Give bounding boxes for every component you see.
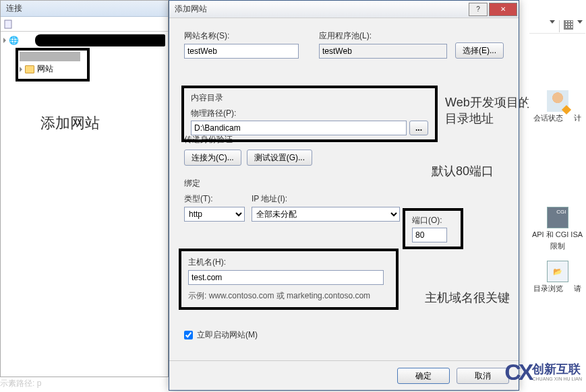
redacted-server-name <box>35 34 165 46</box>
logo-sub-text: CHUANG XIN HU LIAN <box>532 377 582 382</box>
tree-sites-label: 网站 <box>37 63 53 75</box>
view-toolbar <box>529 19 585 34</box>
logo-main-text: 创新互联 <box>532 363 582 377</box>
separator <box>559 20 560 32</box>
test-settings-button[interactable]: 测试设置(G)... <box>247 150 312 166</box>
redacted-item <box>20 52 80 61</box>
connection-tree: 🌐 网站 <box>1 32 168 84</box>
feature-label: 目录浏览 <box>533 284 563 294</box>
connection-toolbar <box>1 17 168 32</box>
annotation-box-path: 内容目录 物理路径(P): ... <box>181 86 438 142</box>
person-icon <box>547 90 568 112</box>
refresh-icon[interactable] <box>17 19 28 30</box>
host-label: 主机名(H): <box>188 257 226 267</box>
browse-path-button[interactable]: ... <box>409 121 428 135</box>
tree-highlight-box: 网站 <box>16 48 90 81</box>
annotation-add-site: 添加网站 <box>40 113 100 133</box>
start-immediately-checkbox[interactable] <box>184 331 193 339</box>
feature-session-state[interactable]: 会话状态计 <box>529 90 585 123</box>
content-dir-group-title: 内容目录 <box>191 92 428 104</box>
feature-label-partial: 计 <box>574 113 581 123</box>
close-button[interactable]: ✕ <box>489 3 517 16</box>
logo-icon: CX <box>504 359 531 385</box>
cgi-icon: CGI <box>547 207 568 228</box>
feature-isapi-cgi[interactable]: CGI API 和 CGI ISA 限制 <box>529 207 585 251</box>
host-example-text: 示例: www.contoso.com 或 marketing.contoso.… <box>188 290 389 302</box>
annotation-host-note: 主机域名很关键 <box>425 290 510 306</box>
annotation-box-host: 主机名(H): 示例: www.contoso.com 或 marketing.… <box>179 249 399 310</box>
browse-folder-icon: 📂 <box>547 261 568 282</box>
connection-panel: 连接 🌐 网站 <box>0 0 169 377</box>
annotation-port-note: 默认80端口 <box>432 163 494 179</box>
ok-button[interactable]: 确定 <box>397 368 450 384</box>
host-input[interactable] <box>188 270 384 285</box>
dialog-footer: 确定 取消 <box>169 360 519 390</box>
dropdown-icon[interactable] <box>577 20 583 24</box>
type-label: 类型(T): <box>184 193 245 205</box>
annotation-path-note: Web开发项目的目录地址 <box>445 94 533 127</box>
brand-logo: CX 创新互联 CHUANG XIN HU LIAN <box>504 359 582 385</box>
physical-path-input[interactable] <box>191 121 407 135</box>
site-name-input[interactable] <box>184 44 299 59</box>
feature-label: API 和 CGI ISA <box>532 230 583 240</box>
app-pool-input <box>319 44 447 59</box>
type-select[interactable]: http <box>184 207 245 222</box>
bottom-partial-text: 示素路径: p <box>0 378 41 389</box>
globe-icon: 🌐 <box>9 36 19 45</box>
svg-rect-0 <box>5 20 11 28</box>
binding-group-title: 绑定 <box>184 178 504 189</box>
feature-label: 会话状态 <box>533 113 563 123</box>
right-icon-strip: 会话状态计 CGI API 和 CGI ISA 限制 📂 目录浏览请 <box>529 19 585 383</box>
expand-icon[interactable] <box>3 38 6 43</box>
dialog-title-bar: 添加网站 ? ✕ <box>169 1 519 18</box>
physical-path-label: 物理路径(P): <box>191 108 236 118</box>
select-app-pool-button[interactable]: 选择(E)... <box>455 42 504 59</box>
dropdown-icon[interactable] <box>550 20 555 24</box>
connection-panel-title: 连接 <box>1 1 168 17</box>
dialog-title: 添加网站 <box>175 3 207 15</box>
cancel-button[interactable]: 取消 <box>457 368 509 384</box>
doc-icon[interactable] <box>3 19 14 30</box>
annotation-box-port: 端口(O): <box>403 208 463 249</box>
expand-icon[interactable] <box>20 67 22 72</box>
feature-dir-browse[interactable]: 📂 目录浏览请 <box>529 261 585 294</box>
folder-icon <box>25 65 34 73</box>
start-immediately-label: 立即启动网站(M) <box>197 329 258 341</box>
ip-label: IP 地址(I): <box>252 193 504 205</box>
app-pool-label: 应用程序池(L): <box>319 30 447 42</box>
port-label: 端口(O): <box>412 216 442 225</box>
port-input[interactable] <box>412 228 447 242</box>
tree-item-sites[interactable]: 网站 <box>20 63 86 75</box>
feature-label-sub: 限制 <box>550 241 565 251</box>
ip-select[interactable]: 全部未分配 <box>252 207 400 222</box>
feature-label-partial: 请 <box>574 284 581 294</box>
add-site-dialog: 添加网站 ? ✕ 网站名称(S): 应用程序池(L): 选择(E)... 内容目… <box>169 0 519 391</box>
help-button[interactable]: ? <box>469 3 488 16</box>
grid-view-icon[interactable] <box>564 20 573 30</box>
site-name-label: 网站名称(S): <box>184 30 311 42</box>
connect-as-button[interactable]: 连接为(C)... <box>184 150 241 166</box>
